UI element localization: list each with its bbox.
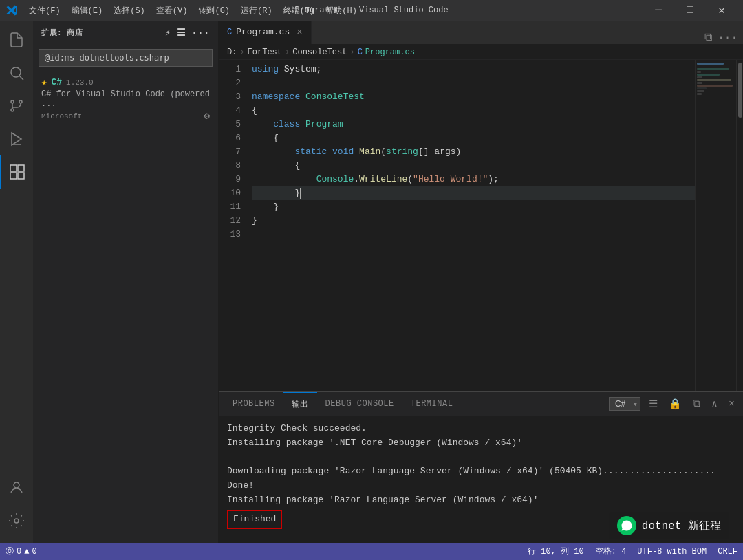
- extension-name: C#: [51, 77, 62, 87]
- svg-rect-7: [10, 165, 17, 171]
- breadcrumb-cs-icon: C: [358, 47, 363, 57]
- search-icon: [8, 65, 25, 81]
- warning-count: 0: [32, 547, 36, 557]
- panel-tab-terminal[interactable]: TERMINAL: [402, 392, 462, 416]
- output-source-select[interactable]: C#: [609, 397, 640, 411]
- code-line-4: {: [252, 104, 695, 118]
- warning-icon: ▲: [24, 547, 29, 557]
- csharp-file-icon: C: [227, 28, 232, 37]
- more-icon[interactable]: ···: [191, 28, 210, 39]
- extensions-icon: [9, 164, 25, 180]
- row-col-label: 行 10, 列 10: [528, 546, 584, 557]
- filter-icon[interactable]: ⚡: [165, 27, 171, 39]
- svg-point-11: [14, 482, 19, 488]
- panel-tab-debug-console[interactable]: DEBUG CONSOLE: [317, 392, 402, 416]
- panel-close-icon[interactable]: ×: [726, 397, 737, 411]
- editor-tab-program-cs[interactable]: C Program.cs ×: [219, 21, 312, 44]
- terminal-line-2: Installing package '.NET Core Debugger (…: [227, 436, 735, 451]
- status-bar-right: 行 10, 列 10 空格: 4 UTF-8 with BOM CRLF: [528, 546, 737, 557]
- account-icon: [8, 480, 25, 496]
- code-line-13: [252, 228, 695, 241]
- activity-bar-bottom: [0, 471, 33, 543]
- error-count: 0: [17, 547, 21, 557]
- spaces-label: 空格: 4: [595, 546, 627, 557]
- extension-search-input[interactable]: [39, 49, 213, 67]
- activity-item-search[interactable]: [0, 56, 33, 89]
- scrollbar-thumb: [738, 63, 742, 118]
- menu-select[interactable]: 选择(S): [108, 2, 151, 19]
- svg-rect-9: [10, 173, 17, 179]
- status-bar-left: ⓪ 0 ▲ 0: [6, 546, 37, 557]
- sidebar: 扩展: 商店 ⚡ ☰ ··· ★ C# 1.23.0 C# for Visual…: [33, 21, 219, 543]
- minimize-button[interactable]: ─: [643, 0, 674, 21]
- extension-header: ★ C# 1.23.0: [41, 76, 210, 88]
- minimap: [695, 60, 736, 391]
- panel-chevron-up-icon[interactable]: ∧: [709, 396, 720, 412]
- list-icon[interactable]: ☰: [177, 27, 186, 39]
- close-button[interactable]: ✕: [706, 0, 737, 21]
- panel-copy-icon[interactable]: ⧉: [690, 396, 703, 411]
- extension-description: C# for Visual Studio Code (powered ...: [41, 89, 210, 109]
- status-spaces[interactable]: 空格: 4: [595, 546, 627, 557]
- activity-bar: [0, 21, 33, 543]
- code-line-8: {: [252, 159, 695, 173]
- line-ending-label: CRLF: [718, 547, 737, 557]
- extension-item[interactable]: ★ C# 1.23.0 C# for Visual Studio Code (p…: [33, 71, 218, 127]
- code-line-3: namespace ConsoleTest: [252, 90, 695, 104]
- vscode-logo-icon: [6, 4, 18, 17]
- maximize-button[interactable]: □: [674, 0, 706, 21]
- breadcrumb-d[interactable]: D:: [227, 47, 237, 57]
- activity-item-extensions[interactable]: [0, 155, 33, 189]
- activity-item-source-control[interactable]: [0, 89, 33, 122]
- activity-item-account[interactable]: [0, 471, 33, 504]
- svg-line-1: [20, 76, 24, 80]
- menu-view[interactable]: 查看(V): [151, 2, 193, 19]
- output-source-select-wrapper: C#: [609, 397, 640, 411]
- run-debug-icon: [8, 131, 25, 147]
- panel: PROBLEMS 输出 DEBUG CONSOLE TERMINAL C# ☰ …: [219, 391, 743, 543]
- panel-tab-problems[interactable]: PROBLEMS: [224, 392, 283, 416]
- files-icon: [8, 32, 25, 48]
- activity-item-settings[interactable]: [0, 504, 33, 537]
- activity-item-run[interactable]: [0, 122, 33, 155]
- breadcrumb-fortest[interactable]: ForTest: [248, 47, 282, 57]
- panel-clear-icon[interactable]: ☰: [646, 396, 660, 412]
- settings-gear-icon: [8, 513, 25, 529]
- svg-marker-5: [12, 133, 21, 145]
- status-line-ending[interactable]: CRLF: [718, 547, 737, 557]
- tab-close-button[interactable]: ×: [297, 27, 302, 38]
- menu-edit[interactable]: 编辑(E): [66, 2, 109, 19]
- extension-publisher-name: Microsoft: [41, 112, 82, 120]
- terminal-line-3: [227, 451, 735, 465]
- svg-point-2: [11, 109, 14, 111]
- extension-version: 1.23.0: [66, 78, 94, 87]
- terminal-line-1: Integrity Check succeeded.: [227, 422, 735, 436]
- status-errors-warnings[interactable]: ⓪ 0 ▲ 0: [6, 546, 37, 557]
- panel-lock-icon[interactable]: 🔒: [666, 396, 685, 412]
- extension-settings-icon[interactable]: ⚙: [204, 110, 210, 122]
- tab-more-icon[interactable]: ···: [718, 32, 737, 44]
- menu-goto[interactable]: 转到(G): [193, 2, 235, 19]
- status-encoding[interactable]: UTF-8 with BOM: [637, 547, 707, 557]
- panel-tab-output[interactable]: 输出: [283, 392, 317, 416]
- menu-run[interactable]: 运行(R): [235, 2, 278, 19]
- sidebar-header: 扩展: 商店 ⚡ ☰ ···: [33, 21, 218, 45]
- code-line-5: class Program: [252, 118, 695, 131]
- breadcrumb-consoletest[interactable]: ConsoleTest: [292, 47, 347, 57]
- editor-scrollbar[interactable]: [736, 60, 743, 391]
- status-row-col[interactable]: 行 10, 列 10: [528, 546, 584, 557]
- svg-point-12: [14, 519, 19, 523]
- split-editor-icon[interactable]: ⧉: [704, 31, 712, 44]
- breadcrumb-program-cs[interactable]: Program.cs: [365, 47, 415, 57]
- code-line-12: }: [252, 214, 695, 228]
- svg-rect-10: [18, 173, 24, 179]
- code-line-10: }: [252, 186, 695, 200]
- svg-point-4: [11, 100, 14, 103]
- terminal-line-6: Installing package 'Razor Language Serve…: [227, 493, 735, 508]
- activity-item-explorer[interactable]: [0, 23, 33, 56]
- titlebar-controls: ─ □ ✕: [643, 0, 737, 21]
- menu-file[interactable]: 文件(F): [23, 2, 66, 19]
- code-content[interactable]: using System; namespace ConsoleTest { cl…: [246, 60, 695, 391]
- source-control-icon: [8, 98, 25, 114]
- code-line-1: using System;: [252, 63, 695, 76]
